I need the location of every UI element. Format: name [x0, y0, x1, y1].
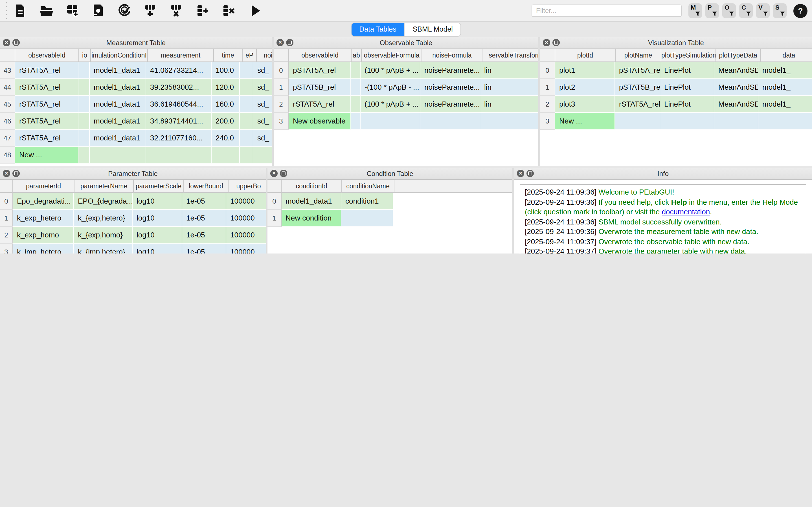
column-header[interactable]: parameterId: [13, 180, 74, 192]
open-folder-icon[interactable]: [38, 3, 54, 19]
table-cell[interactable]: 1e-05: [182, 244, 226, 253]
table-cell[interactable]: MeanAndSD: [714, 79, 758, 96]
table-cell[interactable]: 100000: [226, 210, 266, 227]
row-index[interactable]: 1: [540, 79, 555, 96]
row-index[interactable]: 0: [267, 193, 282, 210]
table-cell[interactable]: [240, 130, 253, 147]
table-cell[interactable]: (100 * pApB + ...: [361, 62, 420, 79]
table-cell[interactable]: lin: [480, 62, 538, 79]
table-cell[interactable]: rSTAT5A_rel: [15, 79, 78, 96]
table-cell[interactable]: [78, 113, 90, 130]
table-cell[interactable]: 100.0: [212, 62, 240, 79]
row-index[interactable]: 45: [0, 96, 15, 113]
table-cell[interactable]: New ...: [15, 147, 78, 164]
table-cell[interactable]: noiseParamete...: [420, 62, 480, 79]
column-header[interactable]: [540, 49, 555, 61]
table-cell[interactable]: Epo_degradati...: [13, 193, 74, 210]
table-cell[interactable]: 41.062733214...: [146, 62, 212, 79]
table-cell[interactable]: -(100 * pApB - ...: [361, 79, 420, 96]
row-index[interactable]: 2: [274, 96, 289, 113]
validate-check-icon[interactable]: [116, 3, 132, 19]
add-table-icon[interactable]: [64, 3, 80, 19]
table-cell[interactable]: New condition: [282, 210, 341, 227]
table-cell[interactable]: [78, 147, 90, 164]
column-header[interactable]: parameterName: [74, 180, 134, 192]
table-cell[interactable]: rSTAT5A_rel: [289, 96, 351, 113]
tab-sbml-model[interactable]: SBML Model: [405, 23, 461, 36]
float-icon[interactable]: [280, 170, 287, 177]
table-cell[interactable]: 240.0: [212, 130, 240, 147]
table-cell[interactable]: 34.893714401...: [146, 113, 212, 130]
column-header[interactable]: io: [79, 49, 91, 61]
row-index[interactable]: 48: [0, 147, 15, 164]
table-cell[interactable]: k_{imp,hetero}: [74, 244, 132, 253]
table-cell[interactable]: sd_: [253, 62, 272, 79]
table-cell[interactable]: New ...: [555, 113, 615, 130]
table-cell[interactable]: rSTAT5A_rel: [15, 62, 78, 79]
column-header[interactable]: [267, 180, 282, 192]
table-cell[interactable]: [351, 96, 361, 113]
table-cell[interactable]: [341, 210, 393, 227]
column-header[interactable]: plotId: [555, 49, 616, 61]
table-cell[interactable]: pSTAT5A_rel: [615, 62, 660, 79]
column-header[interactable]: conditionName: [342, 180, 394, 192]
table-cell[interactable]: [615, 113, 660, 130]
table-cell[interactable]: pSTAT5A_rel: [289, 62, 351, 79]
table-cell[interactable]: 1e-05: [182, 210, 226, 227]
table-cell[interactable]: k_{exp,hetero}: [74, 210, 132, 227]
table-cell[interactable]: plot2: [555, 79, 615, 96]
table-cell[interactable]: model1_data1: [90, 79, 146, 96]
float-icon[interactable]: [527, 170, 534, 177]
column-header[interactable]: time: [214, 49, 242, 61]
column-header[interactable]: [274, 49, 289, 61]
row-index[interactable]: 43: [0, 62, 15, 79]
row-index[interactable]: 1: [0, 210, 13, 227]
close-icon[interactable]: ✕: [3, 170, 10, 177]
table-cell[interactable]: [240, 113, 253, 130]
table-cell[interactable]: sd_: [253, 113, 272, 130]
table-cell[interactable]: lin: [480, 96, 538, 113]
row-index[interactable]: 46: [0, 113, 15, 130]
filter-toggle-o[interactable]: O: [722, 3, 736, 18]
table-cell[interactable]: k_exp_hetero: [13, 210, 74, 227]
table-cell[interactable]: 100000: [226, 244, 266, 253]
table-cell[interactable]: sd_: [253, 79, 272, 96]
table-cell[interactable]: [90, 147, 146, 164]
table-cell[interactable]: [660, 113, 714, 130]
run-icon[interactable]: [246, 3, 262, 19]
column-header[interactable]: [0, 49, 15, 61]
table-cell[interactable]: [240, 79, 253, 96]
table-cell[interactable]: MeanAndSD: [714, 96, 758, 113]
column-header[interactable]: imulationConditionI: [91, 49, 148, 61]
table-cell[interactable]: [78, 62, 90, 79]
table-cell[interactable]: model1_: [758, 62, 812, 79]
table-cell[interactable]: 160.0: [212, 96, 240, 113]
table-cell[interactable]: [240, 147, 253, 164]
filter-toggle-p[interactable]: P: [705, 3, 719, 18]
table-cell[interactable]: log10: [132, 210, 182, 227]
table-cell[interactable]: [420, 113, 480, 130]
table-cell[interactable]: 120.0: [212, 79, 240, 96]
column-header[interactable]: servableTransforma: [482, 49, 538, 61]
row-index[interactable]: 0: [0, 193, 13, 210]
close-icon[interactable]: ✕: [3, 39, 10, 46]
table-cell[interactable]: [146, 147, 212, 164]
column-header[interactable]: parameterScale: [134, 180, 184, 192]
filter-toggle-s[interactable]: S: [773, 3, 787, 18]
row-index[interactable]: 2: [540, 96, 555, 113]
table-cell[interactable]: model1_data1: [90, 96, 146, 113]
table-cell[interactable]: k_{exp,homo}: [74, 227, 132, 244]
table-cell[interactable]: EPO_{degrada...: [74, 193, 132, 210]
table-cell[interactable]: 1e-05: [182, 227, 226, 244]
table-cell[interactable]: (100 * pApB + ...: [361, 96, 420, 113]
filter-toggle-v[interactable]: V: [756, 3, 770, 18]
column-header[interactable]: eP: [242, 49, 257, 61]
table-cell[interactable]: [253, 147, 272, 164]
table-cell[interactable]: [714, 113, 758, 130]
column-header[interactable]: ab: [351, 49, 362, 61]
table-cell[interactable]: New observable: [289, 113, 351, 130]
table-cell[interactable]: [758, 113, 812, 130]
table-cell[interactable]: 100000: [226, 193, 266, 210]
table-cell[interactable]: model1_data1: [90, 113, 146, 130]
table-cell[interactable]: [361, 113, 420, 130]
